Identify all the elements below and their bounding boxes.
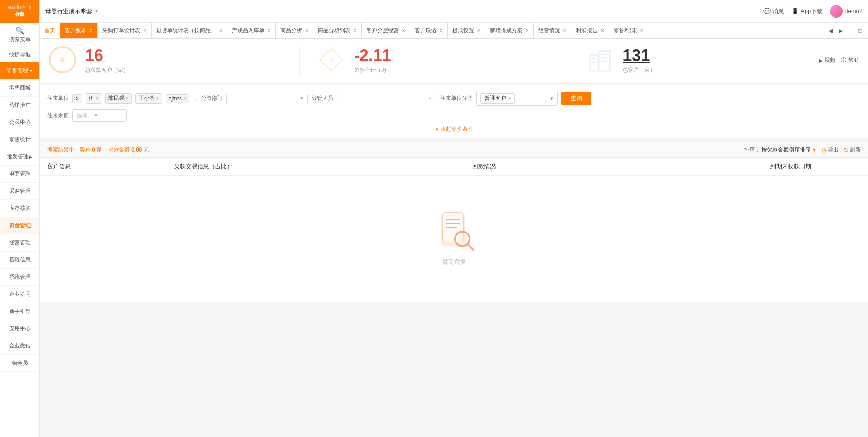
tab-customer-segment[interactable]: 客户分层经营 ✕ <box>362 23 410 39</box>
export-button[interactable]: ⊙ 导出 <box>822 146 839 154</box>
sidebar-item-purchase-mgmt[interactable]: 采购管理 <box>0 183 39 200</box>
filter-tag-chen-close[interactable]: × <box>126 96 129 101</box>
tab-cost-entry[interactable]: 产成品入库单 ✕ <box>227 23 276 39</box>
svg-point-17 <box>458 234 467 243</box>
sort-arrow-icon: ▼ <box>812 147 816 152</box>
filter-more-btn[interactable]: ··· <box>193 95 197 102</box>
tab-boost-settings-close[interactable]: ✕ <box>477 28 480 33</box>
filter-tag-cj: cjttcw × <box>166 94 190 103</box>
tab-profit-report-close[interactable]: ✕ <box>600 28 604 33</box>
sidebar-item-member-center[interactable]: 会员中心 <box>0 114 39 131</box>
filter-tag-chen-text: 陈民强 <box>108 95 125 102</box>
sidebar-item-wholesale-mgmt-label: 批发管理 <box>7 153 29 161</box>
tab-customer-account[interactable]: 客户账本 ✕ <box>60 23 98 39</box>
tab-maximize[interactable]: □ <box>856 27 864 35</box>
sort-select[interactable]: 排序： 按欠款金额倒序排序 ▼ <box>744 146 816 154</box>
refresh-button[interactable]: ↻ 刷新 <box>844 146 861 154</box>
message-label: 消息 <box>772 7 784 15</box>
tab-product-analysis[interactable]: 商品分析 ✕ <box>276 23 313 39</box>
stats-actions: ▶ 视频 ⓘ 帮助 <box>819 57 859 64</box>
tab-new-boost-plan-close[interactable]: ✕ <box>525 28 529 33</box>
tab-retail-profit[interactable]: 零售利润( ✕ <box>609 23 648 39</box>
tab-inventory-stats[interactable]: 进货单统计表（按商品） ✕ <box>152 23 227 39</box>
sidebar-item-ops-mgmt[interactable]: 经营管理 <box>0 234 39 252</box>
sidebar-item-marketing[interactable]: 营销推广 <box>0 97 39 114</box>
sidebar-item-ecommerce[interactable]: 电商管理 <box>0 166 39 183</box>
tab-profit-report[interactable]: 利润报告 ✕ <box>571 23 609 39</box>
tab-ops-status[interactable]: 经营情况 ✕ <box>534 23 571 39</box>
results-bar: 搜索结果中，客户 0 家 欠款金额 0.00 元 排序： 按欠款金额倒序排序 ▼… <box>40 142 868 158</box>
sidebar-item-app-center[interactable]: 应用中心 <box>0 320 39 337</box>
search-menu[interactable]: 🔍 搜索菜单 <box>0 23 39 48</box>
tab-product-analysis-close[interactable]: ✕ <box>305 28 308 33</box>
tab-purchase-order-close[interactable]: ✕ <box>143 28 147 33</box>
stat-total-data: 131 总客户（家） <box>623 47 655 74</box>
filter-tag-wu-close[interactable]: × <box>96 96 98 101</box>
sidebar-item-retail-mgmt[interactable]: 零售管理 ▼ <box>0 62 39 80</box>
sidebar-item-wholesale-mgmt[interactable]: 批发管理 ▶ <box>0 148 39 166</box>
tab-cost-entry-close[interactable]: ✕ <box>267 28 271 33</box>
filter-category-tag-close[interactable]: × <box>508 96 511 101</box>
tab-product-analysis-list-close[interactable]: ✕ <box>353 28 357 33</box>
tab-boost-settings[interactable]: 提成设置 ✕ <box>448 23 485 39</box>
collapse-button[interactable]: ∧ 收起更多条件 <box>435 125 473 133</box>
logo-text2: 标版 <box>8 11 32 18</box>
sidebar-item-enterprise[interactable]: 企业协同 <box>0 286 39 303</box>
filter-tag-chen: 陈民强 × <box>105 93 132 104</box>
video-link[interactable]: ▶ 视频 <box>819 57 835 64</box>
filter-category-select[interactable]: 普通客户 × ▼ <box>476 91 558 106</box>
message-button[interactable]: 💬 消息 <box>763 7 784 15</box>
logo-text1: 畅捷通好生意 <box>8 5 32 11</box>
tab-customer-segment-close[interactable]: ✕ <box>402 28 405 33</box>
tab-product-analysis-label: 商品分析 <box>280 27 302 34</box>
filter-dept-select[interactable]: ▼ <box>226 94 308 103</box>
sidebar-item-member[interactable]: 畅会员 <box>0 355 39 372</box>
empty-state-text: 暂无数据 <box>442 258 466 266</box>
tab-scroll-left[interactable]: ◀ <box>826 27 834 35</box>
filter-tag-wang: 王小亮 × <box>135 93 162 104</box>
sidebar-item-inventory[interactable]: 库存核算 <box>0 200 39 217</box>
sidebar-item-finance[interactable]: 资金管理 <box>0 217 39 234</box>
tab-inventory-stats-close[interactable]: ✕ <box>219 28 222 33</box>
filter-personnel-select[interactable]: ··· <box>337 94 436 103</box>
tab-ops-status-close[interactable]: ✕ <box>563 28 566 33</box>
sidebar-item-retail-mgmt-label: 零售管理 <box>6 67 28 75</box>
store-selector[interactable]: 母婴行业演示帐套 ▼ <box>45 7 99 15</box>
help-link[interactable]: ⓘ 帮助 <box>841 57 859 64</box>
tab-customer-contact-close[interactable]: ✕ <box>439 28 443 33</box>
quick-nav[interactable]: 快捷导航 <box>0 48 39 62</box>
tab-retail-profit-close[interactable]: ✕ <box>640 28 643 33</box>
tab-home[interactable]: 首页 <box>40 23 60 39</box>
tab-new-boost-plan[interactable]: 新增提成方案 ✕ <box>485 23 534 39</box>
empty-document-svg <box>432 212 477 252</box>
diamond-icon: ✦ <box>318 46 345 73</box>
filter-tag-cj-close[interactable]: × <box>184 96 187 101</box>
sidebar-item-new-guide[interactable]: 新手引导 <box>0 303 39 320</box>
tab-scroll-right[interactable]: ▶ <box>836 27 844 35</box>
logo[interactable]: 畅捷通好生意 标版 <box>0 0 39 23</box>
sidebar-item-basic-info[interactable]: 基础信息 <box>0 252 39 269</box>
app-download-button[interactable]: 📱 App下载 <box>791 7 823 15</box>
filter-amount-select[interactable]: 选择... ▼ <box>72 109 127 122</box>
tab-customer-contact[interactable]: 客户联络 ✕ <box>410 23 448 39</box>
tab-customer-account-close[interactable]: ✕ <box>89 28 93 33</box>
results-customer-unit: 家 <box>96 147 102 153</box>
tab-purchase-order[interactable]: 采购订单统计表 ✕ <box>98 23 152 39</box>
collapse-label: 收起更多条件 <box>441 125 473 133</box>
stat-debt-data: -2.11 欠款合计（万） <box>354 47 392 74</box>
filter-tag-wang-close[interactable]: × <box>156 96 159 101</box>
search-menu-label: 搜索菜单 <box>3 36 37 43</box>
sidebar-item-retail-stats[interactable]: 零售统计 <box>0 131 39 148</box>
query-button[interactable]: 查询 <box>561 92 591 105</box>
sidebar-item-sys-mgmt[interactable]: 系统管理 <box>0 269 39 286</box>
store-dropdown-arrow: ▼ <box>94 9 99 14</box>
tab-ops-status-label: 经营情况 <box>538 27 560 34</box>
sidebar-item-purchase-mgmt-label: 采购管理 <box>9 188 31 194</box>
tab-minimize[interactable]: — <box>846 27 854 35</box>
filter-tag-unit-placeholder: × <box>72 94 82 103</box>
sidebar-item-retail-mall[interactable]: 零售商城 <box>0 80 39 97</box>
user-profile[interactable]: demo2 <box>830 5 863 18</box>
tab-retail-profit-label: 零售利润( <box>614 27 637 34</box>
sidebar-item-enterprise-wechat[interactable]: 企业微信 <box>0 337 39 355</box>
tab-product-analysis-list[interactable]: 商品分析列表 ✕ <box>313 23 362 39</box>
